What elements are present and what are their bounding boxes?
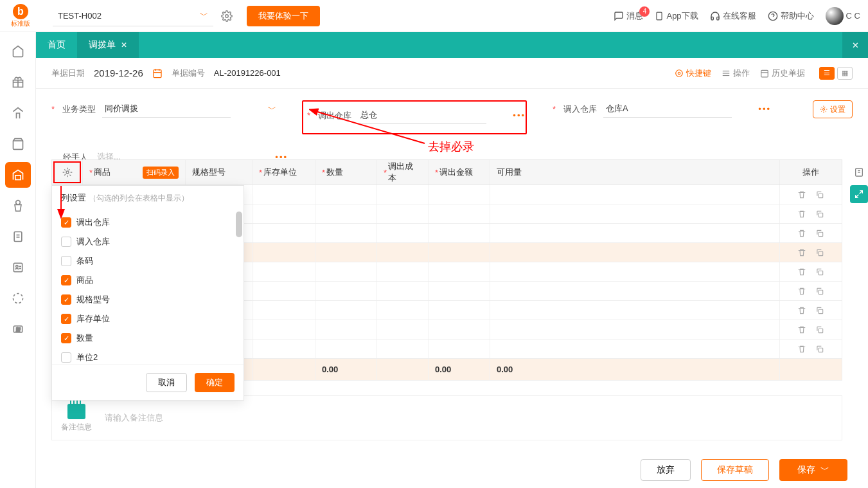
delete-icon[interactable] [797, 248, 806, 257]
column-settings-button[interactable] [52, 160, 83, 185]
store-select[interactable]: TEST-H002 ﹀ [53, 6, 213, 26]
close-icon[interactable]: ✕ [121, 41, 127, 50]
checkbox-icon[interactable]: ✓ [61, 275, 71, 285]
td-unit[interactable] [252, 301, 315, 320]
rail-bag-icon[interactable] [5, 131, 31, 157]
copy-icon[interactable] [815, 267, 824, 276]
delete-icon[interactable] [797, 190, 806, 199]
checkbox-icon[interactable] [61, 237, 71, 247]
checkbox-icon[interactable] [61, 256, 71, 266]
td-amount[interactable] [429, 339, 490, 358]
column-option[interactable]: 条码 [61, 251, 235, 271]
help-center-link[interactable]: 帮助中心 [768, 10, 814, 22]
td-cost[interactable] [377, 224, 429, 242]
more-icon[interactable]: ••• [758, 104, 771, 114]
td-qty[interactable] [315, 204, 377, 223]
view-grid-icon[interactable]: ▦ [837, 67, 853, 80]
scan-badge[interactable]: 扫码录入 [143, 167, 179, 179]
app-download-link[interactable]: App下载 [655, 10, 698, 22]
td-qty[interactable] [315, 320, 377, 339]
rail-loading-icon[interactable] [5, 285, 31, 311]
tab-active[interactable]: 调拨单 ✕ [77, 32, 139, 58]
td-amount[interactable] [429, 320, 490, 339]
scrollbar-thumb[interactable] [236, 212, 242, 237]
expand-icon[interactable] [850, 185, 868, 203]
copy-icon[interactable] [815, 306, 824, 315]
td-qty[interactable] [315, 224, 377, 242]
checkbox-icon[interactable]: ✓ [61, 217, 71, 228]
td-cost[interactable] [377, 185, 429, 204]
td-amount[interactable] [429, 282, 490, 300]
copy-icon[interactable] [815, 325, 824, 334]
td-qty[interactable] [315, 301, 377, 320]
td-qty[interactable] [315, 243, 377, 262]
calendar-icon[interactable] [152, 68, 163, 78]
rail-home-icon[interactable] [5, 39, 31, 64]
field-biz-type[interactable]: * 业务类型 同价调拨 ﹀ [51, 100, 276, 118]
delete-icon[interactable] [797, 229, 806, 238]
rail-clipboard-icon[interactable] [5, 224, 31, 249]
messages-link[interactable]: 消息 4 [614, 10, 643, 22]
td-qty[interactable] [315, 262, 377, 281]
td-amount[interactable] [429, 204, 490, 223]
rail-warehouse-icon[interactable] [5, 162, 31, 188]
settings-button[interactable]: 设置 [813, 100, 853, 118]
rail-contact-icon[interactable] [5, 255, 31, 280]
checkbox-icon[interactable]: ✓ [61, 333, 71, 343]
operate-link[interactable]: 操作 [722, 68, 750, 79]
copy-icon[interactable] [815, 229, 824, 238]
td-unit[interactable] [252, 282, 315, 300]
td-amount[interactable] [429, 243, 490, 262]
column-option[interactable]: 单位2 [61, 348, 235, 365]
discard-button[interactable]: 放弃 [641, 459, 691, 481]
td-cost[interactable] [377, 243, 429, 262]
field-in-wh[interactable]: * 调入仓库 仓库A ••• [553, 100, 771, 118]
td-unit[interactable] [252, 320, 315, 339]
ok-button[interactable]: 确定 [195, 373, 235, 392]
rail-gift-icon[interactable] [5, 69, 31, 95]
column-option[interactable]: ✓数量 [61, 329, 235, 348]
td-amount[interactable] [429, 262, 490, 281]
td-cost[interactable] [377, 204, 429, 223]
checkbox-icon[interactable] [61, 352, 71, 363]
td-qty[interactable] [315, 339, 377, 358]
checkbox-icon[interactable]: ✓ [61, 314, 71, 324]
save-button[interactable]: 保存﹀ [779, 459, 847, 481]
copy-icon[interactable] [815, 210, 824, 219]
copy-icon[interactable] [815, 287, 824, 296]
remark-input[interactable]: 请输入备注信息 [105, 412, 833, 424]
td-cost[interactable] [377, 282, 429, 300]
td-unit[interactable] [252, 243, 315, 262]
delete-icon[interactable] [797, 210, 806, 219]
cancel-button[interactable]: 取消 [146, 373, 187, 392]
delete-icon[interactable] [797, 267, 806, 276]
column-option[interactable]: ✓规格型号 [61, 290, 235, 309]
td-unit[interactable] [252, 262, 315, 281]
rail-house-icon[interactable] [5, 100, 31, 126]
online-service-link[interactable]: 在线客服 [710, 10, 756, 22]
td-cost[interactable] [377, 301, 429, 320]
delete-icon[interactable] [797, 325, 806, 334]
more-icon[interactable]: ••• [513, 111, 526, 120]
view-list-icon[interactable]: ☰ [819, 67, 835, 80]
column-option[interactable]: ✓商品 [61, 271, 235, 290]
copy-icon[interactable] [815, 345, 824, 354]
rail-money-icon[interactable] [5, 193, 31, 219]
history-link[interactable]: 历史单据 [760, 68, 805, 79]
copy-icon[interactable] [815, 190, 824, 199]
popover-body[interactable]: ✓调出仓库调入仓库条码✓商品✓规格型号✓库存单位✓数量单位2 [52, 210, 244, 365]
copy-icon[interactable] [815, 248, 824, 257]
td-unit[interactable] [252, 224, 315, 242]
td-cost[interactable] [377, 339, 429, 358]
td-qty[interactable] [315, 185, 377, 204]
checkbox-icon[interactable]: ✓ [61, 294, 71, 305]
td-amount[interactable] [429, 185, 490, 204]
column-option[interactable]: 调入仓库 [61, 232, 235, 251]
shortcut-link[interactable]: 快捷键 [675, 68, 711, 79]
rail-new-icon[interactable]: 新 [5, 316, 31, 342]
tabs-close-all[interactable]: ✕ [842, 32, 868, 58]
column-option[interactable]: ✓库存单位 [61, 309, 235, 329]
note-icon[interactable] [850, 163, 868, 181]
trial-button[interactable]: 我要体验一下 [247, 6, 320, 26]
td-unit[interactable] [252, 185, 315, 204]
